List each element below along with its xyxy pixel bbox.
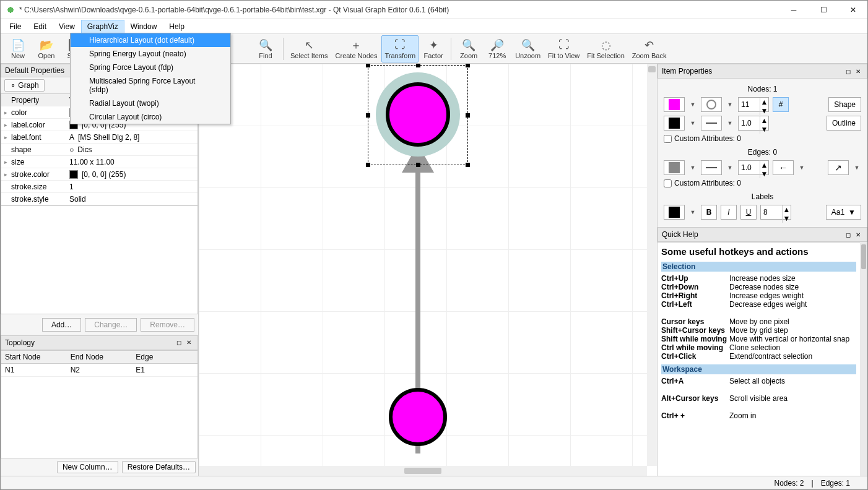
node-stroke-color-picker[interactable]	[664, 116, 685, 131]
toolbar-factor[interactable]: ✦Factor	[420, 35, 447, 62]
topology-header-start[interactable]: Start Node	[1, 351, 67, 363]
topology-header-edge[interactable]: Edge	[132, 351, 197, 363]
dropdown-icon[interactable]: ▼	[726, 165, 734, 171]
close-panel-icon[interactable]: ✕	[853, 66, 863, 76]
menu-help[interactable]: Help	[163, 20, 191, 33]
spin-up-icon[interactable]: ▲	[760, 161, 768, 170]
toolbar-zoom-pct[interactable]: 🔎712%	[484, 35, 511, 62]
property-value[interactable]: ○Dics	[67, 145, 197, 154]
toolbar-unzoom[interactable]: 🔍Unzoom	[512, 35, 544, 62]
property-value[interactable]: 11.00 x 11.00	[67, 158, 197, 166]
property-row[interactable]: ▸label.fontA[MS Shell Dlg 2, 8]	[1, 131, 197, 144]
menu-spring-energy-layout[interactable]: Spring Energy Layout (neato)	[71, 47, 230, 61]
help-scroll-thumb[interactable]	[861, 244, 866, 269]
node-shape-picker[interactable]	[701, 97, 722, 112]
property-row[interactable]: shape○Dics	[1, 144, 197, 156]
property-value[interactable]: Solid	[67, 195, 197, 204]
spin-up-icon[interactable]: ▲	[760, 98, 768, 106]
resize-handle-w[interactable]	[366, 113, 370, 118]
topology-row[interactable]: N1 N2 E1	[1, 364, 197, 377]
graph-node-n2[interactable]	[389, 388, 447, 446]
toolbar-zoom-back[interactable]: ↶Zoom Back	[629, 35, 670, 62]
new-column-button[interactable]: New Column…	[57, 461, 118, 473]
edge-style-picker[interactable]	[701, 160, 722, 175]
undock-icon[interactable]: ◻	[174, 338, 184, 348]
menu-view[interactable]: View	[53, 20, 81, 33]
menu-file[interactable]: File	[3, 20, 27, 33]
spin-down-icon[interactable]: ▼	[760, 170, 768, 178]
menu-edit[interactable]: Edit	[27, 20, 53, 33]
resize-handle-sw[interactable]	[366, 163, 370, 167]
change-property-button[interactable]: Change…	[85, 318, 137, 332]
edge-arrow-picker[interactable]: ←	[773, 160, 794, 175]
maximize-button[interactable]: ☐	[814, 2, 833, 17]
edge-weight-spinner[interactable]: ▲▼	[738, 160, 769, 175]
toolbar-open[interactable]: 📂Open	[33, 35, 60, 62]
edge-color-picker[interactable]	[664, 160, 685, 175]
dropdown-icon[interactable]: ▼	[797, 165, 806, 171]
resize-handle-s[interactable]	[416, 163, 420, 167]
toolbar-new[interactable]: 📄New	[4, 35, 32, 62]
graph-canvas[interactable]	[199, 64, 657, 476]
expander-icon[interactable]: ▸	[1, 122, 10, 128]
property-row[interactable]: ▸stroke.color[0, 0, 0] (255)	[1, 168, 197, 181]
dropdown-icon[interactable]: ▼	[688, 165, 697, 171]
font-size-spinner[interactable]: ▲▼	[760, 205, 791, 220]
property-row[interactable]: ▸size11.00 x 11.00	[1, 156, 197, 168]
expander-icon[interactable]: ▸	[1, 159, 10, 165]
property-row[interactable]: stroke.size1	[1, 181, 197, 193]
property-value[interactable]: [0, 0, 0] (255)	[67, 170, 197, 179]
node-size-spinner[interactable]: ▲▼	[738, 97, 769, 112]
toolbar-transform[interactable]: ⛶Transform	[381, 35, 419, 62]
menu-window[interactable]: Window	[124, 20, 163, 33]
close-button[interactable]: ✕	[844, 2, 862, 17]
node-stroke-style-picker[interactable]	[701, 116, 722, 131]
hscroll-thumb[interactable]	[404, 468, 441, 474]
edge-type-picker[interactable]: ↗	[828, 160, 849, 175]
toolbar-zoom[interactable]: 🔍Zoom	[455, 35, 482, 62]
toolbar-fit-selection[interactable]: ◌Fit Selection	[584, 35, 628, 62]
menu-graphviz[interactable]: GraphViz	[81, 20, 124, 33]
property-value[interactable]: A[MS Shell Dlg 2, 8]	[67, 133, 197, 142]
resize-handle-n[interactable]	[416, 64, 420, 67]
spin-down-icon[interactable]: ▼	[760, 106, 768, 115]
menu-radial-layout[interactable]: Radial Layout (twopi)	[71, 97, 230, 110]
dropdown-icon[interactable]: ▼	[688, 209, 697, 215]
property-value[interactable]: 1	[67, 183, 197, 191]
close-panel-icon[interactable]: ✕	[184, 338, 194, 348]
dropdown-icon[interactable]: ▼	[726, 120, 734, 126]
dropdown-icon[interactable]: ▼	[726, 101, 734, 108]
spin-up-icon[interactable]: ▲	[760, 116, 768, 125]
toolbar-fit-view[interactable]: ⛶Fit to View	[545, 35, 583, 62]
add-property-button[interactable]: Add…	[42, 318, 81, 332]
menu-circular-layout[interactable]: Circular Layout (circo)	[71, 110, 230, 124]
restore-defaults-button[interactable]: Restore Defaults…	[122, 461, 196, 473]
undock-icon[interactable]: ◻	[843, 230, 853, 239]
resize-handle-ne[interactable]	[466, 64, 470, 67]
toolbar-create-nodes[interactable]: ＋Create Nodes	[332, 35, 381, 62]
expander-icon[interactable]: ▸	[1, 171, 10, 178]
hash-button[interactable]: #	[773, 97, 789, 112]
toolbar-select[interactable]: ↖Select Items	[287, 35, 331, 62]
dropdown-icon[interactable]: ▼	[688, 101, 697, 108]
label-color-picker[interactable]	[664, 205, 685, 220]
expander-icon[interactable]: ▸	[1, 110, 10, 116]
selection-box[interactable]	[368, 65, 468, 165]
menu-hierarchical-layout[interactable]: Hierarchical Layout (dot default)	[71, 33, 230, 47]
menu-spring-force-layout[interactable]: Spring Force Layout (fdp)	[71, 61, 230, 74]
resize-handle-se[interactable]	[466, 163, 470, 167]
menu-multiscaled-spring-layout[interactable]: Multiscaled Spring Force Layout (sfdp)	[71, 74, 230, 97]
minimize-button[interactable]: ─	[784, 2, 803, 17]
close-panel-icon[interactable]: ✕	[853, 230, 863, 239]
property-row[interactable]: stroke.styleSolid	[1, 193, 197, 205]
custom-attr-edges-checkbox[interactable]	[664, 179, 672, 187]
spin-down-icon[interactable]: ▼	[782, 214, 791, 223]
canvas-hscroll[interactable]	[199, 466, 647, 476]
font-family-select[interactable]: Aa1▼	[826, 205, 861, 220]
resize-handle-e[interactable]	[466, 113, 470, 118]
italic-button[interactable]: I	[721, 205, 737, 220]
underline-button[interactable]: U	[740, 205, 757, 220]
node-stroke-size-spinner[interactable]: ▲▼	[738, 116, 769, 131]
outline-button[interactable]: Outline	[827, 116, 861, 131]
graph-tab-button[interactable]: ⚬ Graph	[4, 79, 45, 92]
